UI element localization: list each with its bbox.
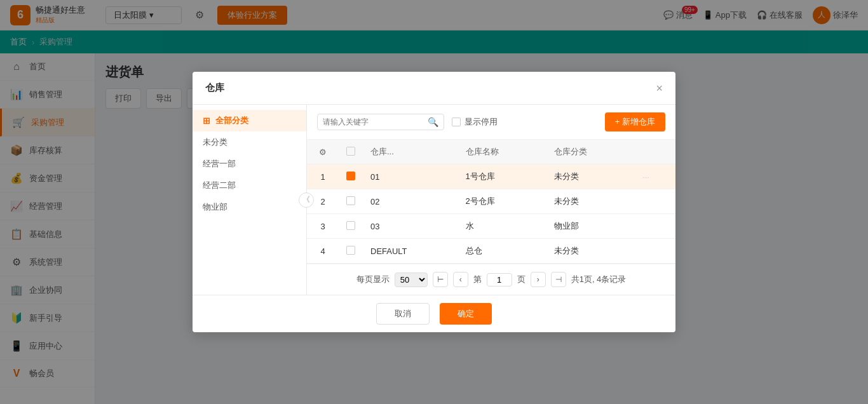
row-category: 未分类 xyxy=(546,239,635,264)
warehouse-table: ⚙ 仓库... 仓库名称 xyxy=(307,140,675,264)
modal-close-button[interactable]: × xyxy=(656,83,663,94)
show-disabled-label: 显示停用 xyxy=(465,116,498,128)
search-input[interactable] xyxy=(323,118,424,126)
col-code-header: 仓库... xyxy=(363,140,458,165)
table-row[interactable]: 4 DEFAULT 总仓 未分类 xyxy=(307,239,675,264)
cat-label: 经营一部 xyxy=(203,158,236,170)
cat-all-label: 全部分类 xyxy=(215,115,248,126)
show-disabled-toggle[interactable]: 显示停用 xyxy=(452,116,498,128)
table-header-row: ⚙ 仓库... 仓库名称 xyxy=(307,140,675,165)
last-page-button[interactable]: ⊣ xyxy=(551,272,566,287)
grid-icon: ⊞ xyxy=(203,116,210,126)
cat-item-2[interactable]: 经营二部 xyxy=(193,175,306,196)
modal-overlay: 仓库 × ⊞ 全部分类 未分类 经营一部 经营二部 xyxy=(0,0,868,404)
cancel-button[interactable]: 取消 xyxy=(376,303,430,325)
row-no: 3 xyxy=(307,214,339,239)
row-name: 总仓 xyxy=(458,239,546,264)
row-category: 未分类 xyxy=(546,189,635,214)
row-no: 1 xyxy=(307,165,339,189)
show-disabled-checkbox[interactable] xyxy=(452,118,461,126)
row-checkbox[interactable] xyxy=(339,189,363,214)
table-row[interactable]: 3 03 水 物业部 xyxy=(307,214,675,239)
col-name-header: 仓库名称 xyxy=(458,140,546,165)
row-checkbox[interactable] xyxy=(339,165,363,189)
table-row[interactable]: 1 01 1号仓库 未分类 ··· xyxy=(307,165,675,189)
cat-label: 未分类 xyxy=(203,137,227,148)
setting-icon[interactable]: ⚙ xyxy=(319,147,327,157)
cat-item-all[interactable]: ⊞ 全部分类 xyxy=(193,110,306,131)
row-checkbox[interactable] xyxy=(339,239,363,264)
row-no: 4 xyxy=(307,239,339,264)
category-sidebar: ⊞ 全部分类 未分类 经营一部 经营二部 物业部 《 xyxy=(193,105,307,295)
modal-title: 仓库 xyxy=(205,82,224,94)
col-actions-header xyxy=(635,140,675,165)
row-actions: ··· xyxy=(635,165,675,189)
confirm-button[interactable]: 确定 xyxy=(440,303,492,325)
data-table: ⚙ 仓库... 仓库名称 xyxy=(307,140,675,264)
row-actions xyxy=(635,214,675,239)
col-setting: ⚙ xyxy=(307,140,339,165)
row-category: 未分类 xyxy=(546,165,635,189)
row-code: DEFAULT xyxy=(363,239,458,264)
page-unit: 页 xyxy=(517,274,526,285)
table-row[interactable]: 2 02 2号仓库 未分类 xyxy=(307,189,675,214)
prev-page-button[interactable]: ‹ xyxy=(453,272,468,287)
collapse-sidebar-button[interactable]: 《 xyxy=(299,192,314,208)
page-label: 第 xyxy=(473,274,482,285)
table-area: 🔍 显示停用 + 新增仓库 ⚙ xyxy=(307,105,675,295)
row-category: 物业部 xyxy=(546,214,635,239)
col-category-header: 仓库分类 xyxy=(546,140,635,165)
add-warehouse-button[interactable]: + 新增仓库 xyxy=(605,112,665,131)
next-page-button[interactable]: › xyxy=(531,272,546,287)
cat-label: 物业部 xyxy=(203,201,227,213)
pagination: 每页显示 50 10 20 100 ⊢ ‹ 第 页 › ⊣ 共1页, 4条记录 xyxy=(307,264,675,295)
table-toolbar: 🔍 显示停用 + 新增仓库 xyxy=(307,105,675,140)
first-page-button[interactable]: ⊢ xyxy=(433,272,448,287)
row-code: 01 xyxy=(363,165,458,189)
search-icon[interactable]: 🔍 xyxy=(428,117,438,127)
per-page-label: 每页显示 xyxy=(356,274,390,285)
row-name: 水 xyxy=(458,214,546,239)
row-actions xyxy=(635,189,675,214)
cat-label: 经营二部 xyxy=(203,180,236,191)
total-info: 共1页, 4条记录 xyxy=(571,274,627,285)
row-action-menu[interactable]: ··· xyxy=(642,172,649,182)
row-code: 03 xyxy=(363,214,458,239)
search-box[interactable]: 🔍 xyxy=(317,114,444,130)
cat-item-3[interactable]: 物业部 xyxy=(193,196,306,218)
page-number-input[interactable] xyxy=(487,273,512,286)
row-name: 1号仓库 xyxy=(458,165,546,189)
row-name: 2号仓库 xyxy=(458,189,546,214)
warehouse-modal: 仓库 × ⊞ 全部分类 未分类 经营一部 经营二部 xyxy=(193,72,675,332)
per-page-select[interactable]: 50 10 20 100 xyxy=(395,273,428,287)
row-actions xyxy=(635,239,675,264)
modal-header: 仓库 × xyxy=(193,72,675,105)
modal-footer: 取消 确定 xyxy=(193,295,675,332)
cat-item-1[interactable]: 经营一部 xyxy=(193,153,306,175)
cat-item-0[interactable]: 未分类 xyxy=(193,131,306,153)
col-check xyxy=(339,140,363,165)
modal-body: ⊞ 全部分类 未分类 经营一部 经营二部 物业部 《 xyxy=(193,105,675,295)
row-code: 02 xyxy=(363,189,458,214)
row-checkbox[interactable] xyxy=(339,214,363,239)
select-all-checkbox[interactable] xyxy=(346,147,355,156)
